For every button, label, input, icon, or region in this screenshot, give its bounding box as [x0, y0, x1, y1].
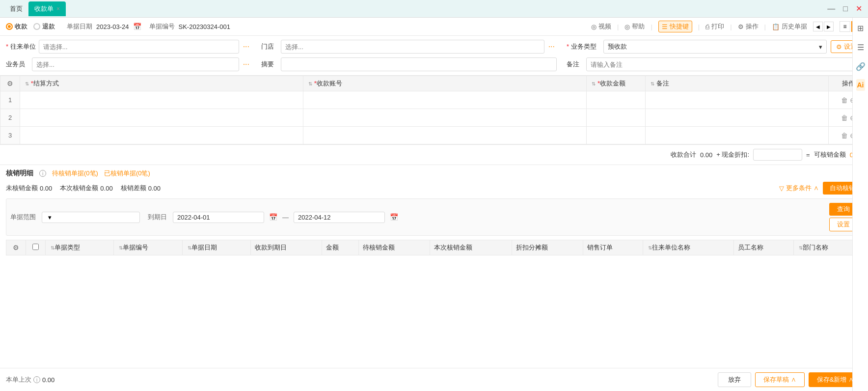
- tab-receipt[interactable]: 收款单 ×: [28, 1, 66, 16]
- table-row: 3 🗑 ⊕: [0, 127, 868, 144]
- history-icon: 📋: [772, 23, 780, 30]
- shortcut-btn[interactable]: ☰ 快捷键: [658, 21, 692, 32]
- done-tab[interactable]: 已核销单据(0笔): [104, 169, 150, 178]
- sidebar-table-icon[interactable]: ⊞: [855, 22, 866, 35]
- row3-amount[interactable]: [587, 127, 646, 144]
- nav-next-btn[interactable]: ▶: [824, 22, 834, 31]
- biz-type-select[interactable]: 预收款 ▾: [603, 40, 827, 54]
- form-row-2: 业务员 ··· 摘要 备注: [6, 57, 862, 71]
- biz-type-value: 预收款: [608, 42, 627, 51]
- col-pending: 待核销金额: [359, 240, 430, 255]
- discount-input[interactable]: [753, 149, 802, 161]
- row2-settle[interactable]: [20, 109, 303, 127]
- pending-tab[interactable]: 待核销单据(0笔): [52, 169, 98, 178]
- col-remark: ⇅ 备注: [646, 76, 829, 91]
- col-doc-type-sort[interactable]: ⇅: [51, 245, 54, 251]
- prev-label: 本单上次: [6, 375, 31, 384]
- col-doc-num: ⇅单据编号: [114, 240, 182, 255]
- tab-home-label: 首页: [10, 4, 23, 13]
- col-settle-sort[interactable]: ⇅: [25, 81, 29, 86]
- sidebar-list-icon[interactable]: ☰: [855, 41, 866, 54]
- operation-btn[interactable]: ⚙ 操作: [738, 22, 759, 31]
- col-dept-sort[interactable]: ⇅: [799, 245, 803, 251]
- abandon-btn[interactable]: 放弃: [718, 372, 751, 387]
- remark-input[interactable]: [586, 57, 862, 71]
- minimize-btn[interactable]: —: [825, 4, 837, 13]
- range-select-arrow-icon: ▾: [48, 214, 52, 221]
- top-toolbar: 收款 退款 单据日期 2023-03-24 📅 单据编号 SK-20230324…: [0, 18, 868, 36]
- maximize-btn[interactable]: □: [841, 4, 850, 13]
- table-gear-btn[interactable]: ⚙: [7, 80, 13, 87]
- col-doc-date-sort[interactable]: ⇅: [188, 245, 191, 251]
- counterparty-input[interactable]: [39, 40, 239, 54]
- radio-refund-label: 退款: [42, 22, 55, 31]
- select-all-checkbox[interactable]: [32, 244, 39, 250]
- diff-stat: 核销差额 0.00: [121, 184, 161, 193]
- operation-icon: ⚙: [738, 23, 744, 30]
- row1-remark[interactable]: [646, 91, 829, 109]
- counterparty-field: 往来单位 ···: [6, 40, 251, 54]
- draft-btn[interactable]: 保存草稿 ∧: [755, 372, 805, 387]
- range-select[interactable]: ▾: [42, 212, 140, 223]
- col-due-date: 收款到期日: [250, 240, 322, 255]
- row2-amount[interactable]: [587, 109, 646, 127]
- date-from-input[interactable]: [173, 212, 264, 223]
- shop-input[interactable]: [281, 40, 544, 54]
- prev-info-icon[interactable]: i: [33, 376, 40, 383]
- filter-actions: ▽ 更多条件 ∧ 自动核销: [779, 182, 862, 195]
- settings-gear-icon: ⚙: [836, 43, 842, 51]
- more-filters-btn[interactable]: ▽ 更多条件 ∧: [779, 184, 819, 193]
- row2-delete-icon[interactable]: 🗑: [841, 114, 848, 122]
- tab-home[interactable]: 首页: [4, 2, 28, 16]
- row2-remark[interactable]: [646, 109, 829, 127]
- total-label: 收款合计: [671, 150, 696, 159]
- date-to-calendar-icon[interactable]: 📅: [390, 213, 398, 221]
- row1-delete-icon[interactable]: 🗑: [841, 96, 848, 104]
- bottom-table-gear-btn[interactable]: ⚙: [13, 244, 19, 251]
- col-doc-num-sort[interactable]: ⇅: [119, 245, 123, 251]
- shop-more-btn[interactable]: ···: [546, 43, 557, 51]
- date-from-calendar-icon[interactable]: 📅: [269, 213, 277, 221]
- date-separator: —: [282, 214, 289, 221]
- summary-input[interactable]: [281, 57, 557, 71]
- total-value: 0.00: [700, 151, 712, 159]
- row2-account[interactable]: [303, 109, 587, 127]
- print-btn[interactable]: ⎙ 打印: [705, 22, 724, 31]
- radio-receipt[interactable]: 收款: [6, 22, 27, 31]
- salesman-more-btn[interactable]: ···: [241, 60, 251, 68]
- radio-refund[interactable]: 退款: [33, 22, 55, 31]
- verify-info-icon[interactable]: i: [39, 170, 46, 177]
- window-controls: — □ ✕: [825, 4, 864, 13]
- salesman-input[interactable]: [32, 57, 239, 71]
- col-counterparty-sort[interactable]: ⇅: [648, 245, 652, 251]
- nav-prev-btn[interactable]: ◀: [813, 22, 823, 31]
- row3-delete-icon[interactable]: 🗑: [841, 132, 848, 140]
- counterparty-more-btn[interactable]: ···: [241, 43, 251, 51]
- save-new-btn-label: 保存&新增 ∧: [817, 375, 854, 384]
- row3-settle[interactable]: [20, 127, 303, 144]
- row1-settle[interactable]: [20, 91, 303, 109]
- doc-date-calendar-icon[interactable]: 📅: [133, 23, 141, 30]
- sidebar-ai-icon[interactable]: Ai: [856, 79, 865, 91]
- range-field: 单据范围 ▾: [10, 212, 140, 223]
- close-window-btn[interactable]: ✕: [854, 4, 864, 13]
- col-dept: ⇅部门名称: [793, 240, 862, 255]
- row1-account[interactable]: [303, 91, 587, 109]
- video-btn[interactable]: ◎ 视频: [591, 22, 611, 31]
- col-amount-sort[interactable]: ⇅: [592, 81, 596, 86]
- col-account-sort[interactable]: ⇅: [308, 81, 312, 86]
- help-btn[interactable]: ◎ 帮助: [624, 22, 645, 31]
- date-to-input[interactable]: [294, 212, 385, 223]
- sidebar-link-icon[interactable]: 🔗: [854, 60, 868, 73]
- remark-label: 备注: [567, 60, 579, 69]
- tab-close-icon[interactable]: ×: [56, 5, 60, 12]
- biz-type-arrow-icon: ▾: [819, 43, 822, 51]
- row1-amount[interactable]: [587, 91, 646, 109]
- view-list-btn[interactable]: ≡: [840, 21, 850, 32]
- salesman-label: 业务员: [6, 60, 25, 69]
- row3-remark[interactable]: [646, 127, 829, 144]
- uncleared-value: 0.00: [40, 185, 52, 192]
- history-btn[interactable]: 📋 历史单据: [772, 22, 807, 31]
- col-remark-sort[interactable]: ⇅: [651, 81, 654, 86]
- row3-account[interactable]: [303, 127, 587, 144]
